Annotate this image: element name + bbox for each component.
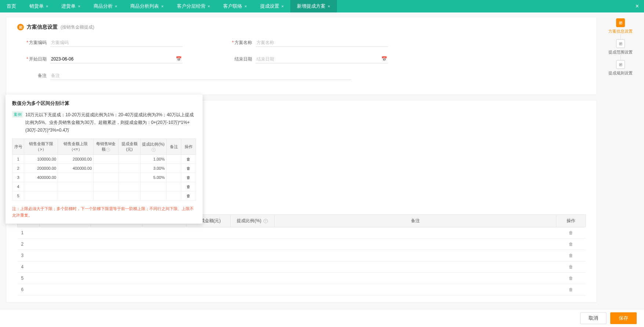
field-label-name: *方案名称 [223,40,252,46]
example-tag: 案例 [12,111,23,118]
remark-input[interactable] [50,71,351,80]
tab-home[interactable]: 首页 [0,0,23,12]
help-icon[interactable]: ? [263,219,268,223]
anchor-rule-settings[interactable]: 提成规则设置 [608,60,633,76]
close-icon[interactable]: × [244,4,247,8]
start-date-input[interactable] [50,55,182,63]
popover-note: 注：上限必须大于下限；多个阶梯时，下一个阶梯下限需等于前一阶梯上限；不同行之间下… [12,206,196,218]
help-icon: ? [152,148,156,152]
close-all-tabs-icon[interactable]: × [630,0,644,12]
example-table: 序号 销售金额下限（>） 销售金额上限（<=） 每销售M金额? 提成金额(元) … [12,139,196,201]
tab-sales-order[interactable]: 销货单× [23,0,55,12]
anchor-scope-settings[interactable]: 提成范围设置 [608,39,633,55]
example-row: 2200000.00400000.003.00%🗑 [12,164,196,173]
close-icon[interactable]: × [161,4,163,8]
delete-icon[interactable]: 🗑 [569,287,573,292]
commission-tiers-table: 序号 销售金额下限(>) 销售金额上限(≤) 每销售M金额 ? 提成金额(元) … [17,214,586,295]
example-row: 1100000.00200000.001.00%🗑 [12,155,196,164]
anchor-icon [616,18,625,27]
field-label-remark: 备注 [17,73,47,79]
tab-purchase-order[interactable]: 进货单× [55,0,87,12]
card-subtitle: (按销售金额提成) [61,24,94,30]
delete-icon[interactable]: 🗑 [569,264,573,269]
table-row[interactable]: 3🗑 [18,250,586,261]
tab-customer-tier[interactable]: 客户分层经营× [170,0,217,12]
table-row[interactable]: 4🗑 [18,261,586,273]
table-row[interactable]: 6🗑 [18,284,586,295]
cancel-button[interactable]: 取消 [580,312,607,324]
right-anchor-nav: 方案信息设置 提成范围设置 提成规则设置 [603,17,638,308]
close-icon[interactable]: × [328,4,330,8]
delete-icon[interactable]: 🗑 [569,242,573,247]
col-ratio: 提成比例(%) ? [230,215,274,227]
card-title: 方案信息设置 [27,24,58,30]
tab-product-analysis-list[interactable]: 商品分析列表× [124,0,170,12]
table-row[interactable]: 5🗑 [18,273,586,284]
example-row: 5🗑 [12,191,196,201]
plan-name-input[interactable] [256,38,388,47]
delete-icon[interactable]: 🗑 [569,276,573,281]
close-icon[interactable]: × [78,4,80,8]
popover-title: 数值分为多个区间分别计算 [12,100,196,107]
delete-icon[interactable]: 🗑 [186,157,190,161]
anchor-plan-info[interactable]: 方案信息设置 [608,18,633,34]
field-label-code: *方案编码 [17,40,47,46]
col-op: 操作 [556,215,586,227]
tab-commission-settings[interactable]: 提成设置× [254,0,290,12]
tab-customer-contact[interactable]: 客户联络× [217,0,253,12]
close-icon[interactable]: × [115,4,117,8]
card-header: 方案信息设置 (按销售金额提成) [17,24,586,30]
calc-rule-popover: 数值分为多个区间分别计算 案例 10万元以下无提成；10-20万元提成比例为1%… [6,95,203,224]
top-tabs-bar: 首页 销货单× 进货单× 商品分析× 商品分析列表× 客户分层经营× 客户联络×… [0,0,644,12]
section-icon [17,24,24,30]
close-icon[interactable]: × [208,4,210,8]
anchor-icon [616,60,625,69]
delete-icon[interactable]: 🗑 [569,230,573,235]
help-icon: ? [106,148,110,152]
close-icon[interactable]: × [46,4,48,8]
page-footer: 取消 保存 [0,309,644,327]
example-row: 4🗑 [12,182,196,191]
tab-new-commission-plan[interactable]: 新增提成方案× [290,0,336,12]
table-row[interactable]: 2🗑 [18,239,586,250]
field-label-end-date: 结束日期 [223,56,252,62]
delete-icon[interactable]: 🗑 [186,166,190,170]
plan-code-input[interactable] [50,38,182,47]
end-date-input[interactable] [256,55,388,63]
delete-icon[interactable]: 🗑 [186,194,190,198]
close-icon[interactable]: × [281,4,284,8]
delete-icon[interactable]: 🗑 [186,175,190,180]
delete-icon[interactable]: 🗑 [186,184,190,189]
example-row: 3400000.005.00%🗑 [12,173,196,182]
table-row[interactable]: 1🗑 [18,227,586,239]
delete-icon[interactable]: 🗑 [569,253,573,258]
plan-info-card: 方案信息设置 (按销售金额提成) *方案编码 *方案名称 [6,17,597,95]
save-button[interactable]: 保存 [610,312,637,324]
popover-example: 案例 10万元以下无提成；10-20万元提成比例为1%；20-40万提成比例为3… [12,111,196,134]
field-label-start-date: *开始日期 [17,56,47,62]
col-remark: 备注 [274,215,556,227]
tab-product-analysis[interactable]: 商品分析× [87,0,124,12]
anchor-icon [616,39,625,48]
